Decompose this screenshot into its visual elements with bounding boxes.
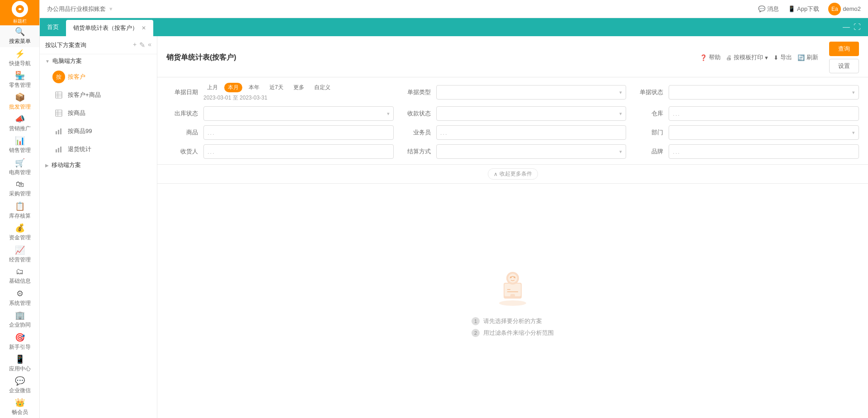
purchase-icon: 🛍 <box>16 180 24 189</box>
tree-item-by-customer[interactable]: 按 按客户 <box>52 68 157 86</box>
tab-home-label: 首页 <box>47 23 59 31</box>
tree-item-return-stats[interactable]: 退货统计 <box>52 140 157 158</box>
sidebar-item-search[interactable]: 🔍 搜索菜单 <box>0 25 40 47</box>
filter-row-1: 单据日期 上月 本月 本年 近7天 更多 自定义 2023-03-01 至 20… <box>166 83 859 102</box>
sidebar-item-basic[interactable]: 🗂 基础信息 <box>0 265 40 287</box>
tree-arrow-mobile: ▶ <box>45 163 49 168</box>
shortcut-this-year[interactable]: 本年 <box>245 83 263 92</box>
out-status-input[interactable]: ▾ <box>203 106 394 121</box>
staff-filter[interactable]: ... <box>436 125 627 140</box>
staff-dots: ... <box>440 129 448 136</box>
export-label: 导出 <box>780 53 792 62</box>
payment-method-input[interactable]: ▾ <box>436 144 627 159</box>
sidebar-item-ecommerce[interactable]: 🛒 电商管理 <box>0 156 40 178</box>
order-status-arrow-icon: ▾ <box>852 90 855 95</box>
recipient-input[interactable]: ... <box>203 144 394 159</box>
dept-filter[interactable]: ▾ <box>669 125 859 140</box>
sidebar-item-apps[interactable]: 📱 应用中心 <box>0 352 40 374</box>
app-download-btn[interactable]: 📱 App下载 <box>788 5 819 13</box>
sidebar-item-wholesale[interactable]: 📦 批发管理 <box>0 90 40 112</box>
sidebar-item-enterprise[interactable]: 🏢 企业协同 <box>0 309 40 331</box>
order-type-filter[interactable]: ▾ <box>436 85 627 100</box>
shortcut-this-month[interactable]: 本月 <box>224 83 242 92</box>
out-status-filter[interactable]: ▾ <box>203 106 394 121</box>
query-button[interactable]: 查询 <box>829 42 859 56</box>
tab-sales-stats[interactable]: 销货单统计表（按客户） ✕ <box>66 20 153 36</box>
collapse-more-btn[interactable]: ∧ 收起更多条件 <box>488 168 538 180</box>
product-input[interactable]: ... <box>203 125 394 140</box>
sidebar-item-wechat[interactable]: 💬 企业微信 <box>0 374 40 396</box>
template-print-btn[interactable]: 🖨 按模板打印 ▾ <box>726 53 768 62</box>
tree-item-by-product-99[interactable]: 按商品99 <box>52 122 157 140</box>
sidebar-item-label: 库存核算 <box>9 212 31 220</box>
sidebar-item-label: 批发管理 <box>9 103 31 111</box>
help-btn[interactable]: ❓ 帮助 <box>700 53 721 62</box>
order-type-input[interactable]: ▾ <box>436 85 627 100</box>
sidebar-item-sales[interactable]: 📊 销售管理 <box>0 134 40 156</box>
sidebar-item-system[interactable]: ⚙ 系统管理 <box>0 287 40 309</box>
tab-expand-icon[interactable]: ⛶ <box>854 23 861 31</box>
sidebar-item-marketing[interactable]: 📣 营销推广 <box>0 113 40 134</box>
chart-icon2 <box>52 143 65 156</box>
shortcut-last-7-days[interactable]: 近7天 <box>266 83 287 92</box>
tree-item-by-customer-product[interactable]: 按客户+商品 <box>52 86 157 104</box>
tree-arrow-desktop: ▼ <box>45 59 50 64</box>
order-status-filter[interactable]: ▾ <box>669 85 859 100</box>
payment-status-input[interactable]: ▾ <box>436 106 627 121</box>
sidebar-item-finance[interactable]: 💰 资金管理 <box>0 222 40 243</box>
message-label: 消息 <box>767 5 779 13</box>
svg-point-21 <box>514 276 515 278</box>
shortcut-custom[interactable]: 自定义 <box>311 83 334 92</box>
warehouse-input[interactable]: ... <box>669 106 859 121</box>
payment-status-filter[interactable]: ▾ <box>436 106 627 121</box>
breadcrumb: 办公用品行业模拟账套 <box>47 5 106 13</box>
warehouse-filter[interactable]: ... <box>669 106 859 121</box>
tab-home[interactable]: 首页 <box>40 18 66 36</box>
shortcut-last-month[interactable]: 上月 <box>203 83 222 92</box>
brand-input[interactable]: ... <box>669 144 859 159</box>
sidebar-item-retail[interactable]: 🏪 零售管理 <box>0 69 40 90</box>
sidebar-item-shortcut[interactable]: ⚡ 快捷导航 <box>0 47 40 69</box>
left-panel-actions: + ✎ « <box>133 41 151 49</box>
user-menu[interactable]: Ea demo2 <box>828 3 861 15</box>
wechat-icon: 💬 <box>15 376 25 386</box>
sidebar-item-inventory[interactable]: 📋 库存核算 <box>0 200 40 222</box>
add-scheme-btn[interactable]: + <box>133 41 137 49</box>
collapse-panel-btn[interactable]: « <box>148 41 151 49</box>
recipient-filter[interactable]: ... <box>203 144 394 159</box>
sidebar-item-purchase[interactable]: 🛍 采购管理 <box>0 178 40 200</box>
tree-group-desktop[interactable]: ▼ 电脑端方案 <box>40 54 157 68</box>
sidebar-item-operations[interactable]: 📈 经营管理 <box>0 243 40 265</box>
tree-children-desktop: 按 按客户 按客户+商品 按商品 <box>40 68 157 158</box>
settings-button[interactable]: 设置 <box>829 59 859 73</box>
tab-close-icon[interactable]: ✕ <box>142 25 146 31</box>
shortcut-more[interactable]: 更多 <box>290 83 308 92</box>
tab-sales-stats-label: 销货单统计表（按客户） <box>73 24 138 32</box>
dept-input[interactable]: ▾ <box>669 125 859 140</box>
message-icon: 💬 <box>758 5 765 12</box>
main-content: 办公用品行业模拟账套 ▾ 💬 消息 📱 App下载 Ea demo2 首页 销货… <box>40 0 868 418</box>
sidebar-item-label: 企业微信 <box>9 387 31 394</box>
refresh-btn[interactable]: 🔄 刷新 <box>797 53 818 62</box>
edit-scheme-btn[interactable]: ✎ <box>139 41 145 49</box>
tab-minimize-icon[interactable]: — <box>843 23 850 31</box>
svg-point-15 <box>499 300 526 306</box>
product-filter[interactable]: ... <box>203 125 394 140</box>
brand-filter[interactable]: ... <box>669 144 859 159</box>
sidebar-item-label: 应用中心 <box>9 365 31 373</box>
left-panel: 按以下方案查询 + ✎ « ▼ 电脑端方案 按 按客户 <box>40 36 157 418</box>
left-panel-header: 按以下方案查询 + ✎ « <box>40 36 157 54</box>
svg-rect-5 <box>56 110 62 116</box>
staff-input[interactable]: ... <box>436 125 627 140</box>
sidebar-item-vip[interactable]: 👑 畅会员 <box>0 396 40 418</box>
order-status-input[interactable]: ▾ <box>669 85 859 100</box>
tabbar: 首页 销货单统计表（按客户） ✕ — ⛶ <box>40 18 868 36</box>
message-btn[interactable]: 💬 消息 <box>758 5 779 13</box>
action-btn-group: 查询 设置 <box>829 42 859 73</box>
tree-group-mobile[interactable]: ▶ 移动端方案 <box>40 158 157 172</box>
sidebar-item-newbie[interactable]: 🎯 新手引导 <box>0 331 40 352</box>
export-btn[interactable]: ⬇ 导出 <box>774 53 792 62</box>
tree-item-by-product[interactable]: 按商品 <box>52 104 157 122</box>
collapse-row: ∧ 收起更多条件 <box>157 165 868 184</box>
payment-method-filter[interactable]: ▾ <box>436 144 627 159</box>
